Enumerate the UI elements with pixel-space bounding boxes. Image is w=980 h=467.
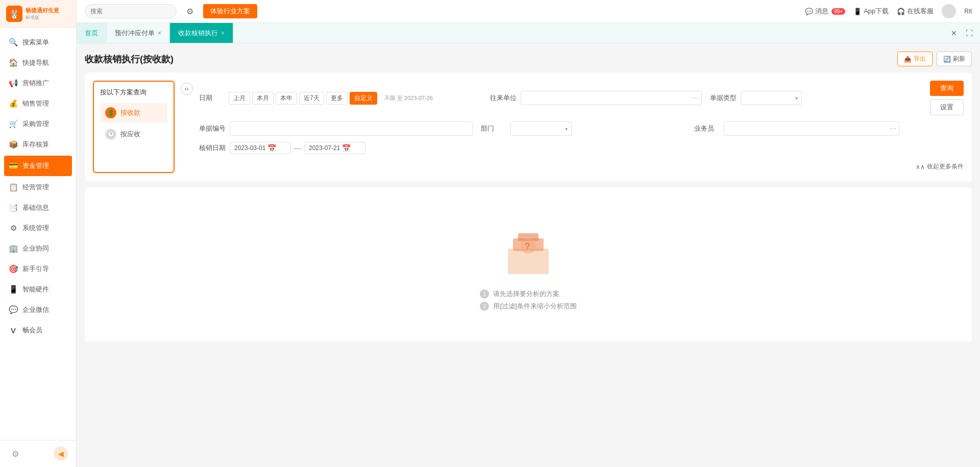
settings-button[interactable]: 设置 (930, 99, 964, 115)
header-gear-icon[interactable]: ⚙ (183, 4, 197, 18)
sidebar-item-sales[interactable]: 💰 销售管理 (0, 93, 76, 114)
calendar-start-icon[interactable]: 📅 (267, 144, 276, 152)
doc-type-label: 单据类型 (710, 93, 737, 103)
member-icon: V (8, 325, 18, 335)
header-left: ⚙ 体验行业方案 (85, 4, 257, 18)
check-date-start: 2023-03-01 (234, 144, 265, 152)
app-logo: 🐰 畅捷通好生意 标准版 (0, 0, 76, 28)
date-btn-7days[interactable]: 近7天 (299, 92, 324, 105)
date-btn-last-month[interactable]: 上月 (229, 92, 250, 105)
filter-group-check-date: 核销日期 2023-03-01 📅 — 2023-07-21 📅 (199, 142, 476, 154)
message-icon: 💬 (805, 8, 813, 15)
sidebar-item-enterprise[interactable]: 🏢 企业协同 (0, 238, 76, 259)
settings-icon[interactable]: ⚙ (8, 447, 22, 461)
dept-select-wrapper (510, 121, 572, 136)
refresh-button[interactable]: 🔄 刷新 (937, 52, 972, 66)
sidebar-item-quicknav[interactable]: 🏠 快捷导航 (0, 53, 76, 73)
doc-icon: 📑 (8, 203, 18, 213)
sidebar-item-inventory[interactable]: 📦 库存核算 (0, 134, 76, 155)
sidebar-item-funds[interactable]: 💳 资金管理 (4, 156, 72, 176)
message-button[interactable]: 💬 消息 99+ (805, 7, 845, 16)
filter-collapse-icon[interactable]: ‹‹ (181, 83, 193, 95)
empty-illustration: ? (498, 218, 559, 279)
sidebar-item-wechat[interactable]: 💬 企业微信 (0, 300, 76, 320)
dept-label: 部门 (481, 124, 506, 133)
prepay-tab-close[interactable]: × (158, 30, 161, 37)
date-btn-this-year[interactable]: 本年 (276, 92, 297, 105)
sidebar-item-purchase[interactable]: 🛒 采购管理 (0, 114, 76, 134)
industry-solution-button[interactable]: 体验行业方案 (203, 4, 257, 18)
date-range-separator: — (294, 144, 301, 152)
tab-fullscreen-btn[interactable]: ⛶ (963, 27, 976, 40)
page-header-actions: 📤 导出 🔄 刷新 (897, 52, 972, 66)
home-icon: 🏠 (8, 58, 18, 68)
clipboard-icon: 📋 (8, 182, 18, 192)
sidebar-item-search[interactable]: 🔍 搜索菜单 (0, 32, 76, 53)
doc-no-input[interactable] (230, 121, 473, 136)
tab-close-btn[interactable]: ✕ (947, 27, 961, 40)
tab-prepay[interactable]: 预付冲应付单 × (107, 23, 170, 43)
sidebar-item-system[interactable]: ⚙ 系统管理 (0, 218, 76, 238)
filter-option-by-receipt[interactable]: 💲 按收款 (100, 103, 167, 122)
filter-group-doc-type: 单据类型 (710, 91, 922, 105)
svg-text:?: ? (525, 241, 530, 252)
tab-bar: 首页 预付冲应付单 × 收款核销执行 × ✕ ⛶ (77, 23, 980, 43)
doc-no-input-wrapper (230, 121, 473, 136)
sidebar-item-member[interactable]: V 畅会员 (0, 320, 76, 340)
filter-group-dept: 部门 (481, 121, 686, 136)
main-area: ⚙ 体验行业方案 💬 消息 99+ 📱 App下载 🎧 在线客服 Rit 首页 (77, 0, 980, 467)
receivable-option-icon: 🕐 (105, 129, 116, 140)
empty-tips: 1 请先选择要分析的方案 2 用[过滤]条件来缩小分析范围 (480, 289, 576, 311)
sidebar-item-management[interactable]: 📋 经营管理 (0, 177, 76, 198)
filter-left-panel: 按以下方案查询 💲 按收款 🕐 按应收 (93, 81, 175, 173)
sidebar-item-basic-info[interactable]: 📑 基础信息 (0, 198, 76, 218)
date-btn-custom[interactable]: 自定义 (350, 92, 377, 105)
date-quick-buttons: 上月 本月 本年 近7天 更多 自定义 (229, 92, 377, 105)
user-avatar[interactable] (942, 4, 956, 18)
from-unit-dots-icon[interactable]: ··· (692, 93, 698, 103)
check-date-end-box: 2023-07-21 📅 (304, 142, 365, 154)
sidebar-item-hardware[interactable]: 📱 智能硬件 (0, 279, 76, 300)
from-unit-label: 往来单位 (490, 93, 517, 103)
megaphone-icon: 📢 (8, 78, 18, 88)
staff-dots-icon[interactable]: ··· (890, 124, 896, 133)
check-date-range: 2023-03-01 📅 — 2023-07-21 📅 (230, 142, 365, 154)
doc-type-select[interactable] (741, 91, 802, 105)
tab-home[interactable]: 首页 (77, 23, 107, 43)
collapse-sidebar-btn[interactable]: ◀ (54, 447, 68, 461)
top-header: ⚙ 体验行业方案 💬 消息 99+ 📱 App下载 🎧 在线客服 Rit (77, 0, 980, 23)
receipt-option-icon: 💲 (105, 107, 116, 118)
sidebar-bottom: ⚙ ◀ (0, 440, 76, 467)
building-icon: 🏢 (8, 243, 18, 254)
download-icon: 📱 (853, 8, 862, 15)
online-service-button[interactable]: 🎧 在线客服 (897, 7, 934, 16)
sidebar-item-marketing[interactable]: 📢 营销推广 (0, 73, 76, 93)
guide-icon: 🎯 (8, 264, 18, 274)
staff-input[interactable] (724, 121, 899, 136)
message-badge: 99+ (831, 8, 845, 15)
header-search-input[interactable] (85, 4, 177, 18)
date-btn-more[interactable]: 更多 (326, 92, 348, 105)
query-button[interactable]: 查询 (930, 81, 964, 96)
empty-tip-1: 1 请先选择要分析的方案 (480, 289, 576, 299)
filter-row-3: 核销日期 2023-03-01 📅 — 2023-07-21 📅 (199, 142, 964, 154)
from-unit-input[interactable] (521, 91, 702, 105)
tab-receipt-writeoff[interactable]: 收款核销执行 × (170, 23, 233, 43)
export-button[interactable]: 📤 导出 (897, 52, 933, 66)
collapse-more-button[interactable]: ∧∧ 收起更多条件 (199, 160, 964, 173)
page-title: 收款核销执行(按收款) (85, 53, 174, 65)
sidebar-item-guide[interactable]: 🎯 新手引导 (0, 259, 76, 279)
cart-icon: 🛒 (8, 119, 18, 129)
filter-rows: 日期 上月 本月 本年 近7天 更多 自定义 不限 至 2023-07-26 往… (199, 81, 964, 173)
date-label: 日期 (199, 93, 225, 103)
logo-text: 畅捷通好生意 标准版 (26, 7, 59, 21)
filter-option-by-receivable[interactable]: 🕐 按应收 (100, 125, 167, 144)
app-download-button[interactable]: 📱 App下载 (853, 7, 889, 16)
receipt-tab-close[interactable]: × (221, 30, 225, 37)
query-buttons: 查询 设置 (930, 81, 964, 115)
dept-select[interactable] (510, 121, 572, 136)
filter-group-from-unit: 往来单位 ··· (490, 91, 702, 105)
calendar-end-icon[interactable]: 📅 (342, 144, 351, 152)
date-btn-this-month[interactable]: 本月 (252, 92, 274, 105)
check-date-start-box: 2023-03-01 📅 (230, 142, 291, 154)
